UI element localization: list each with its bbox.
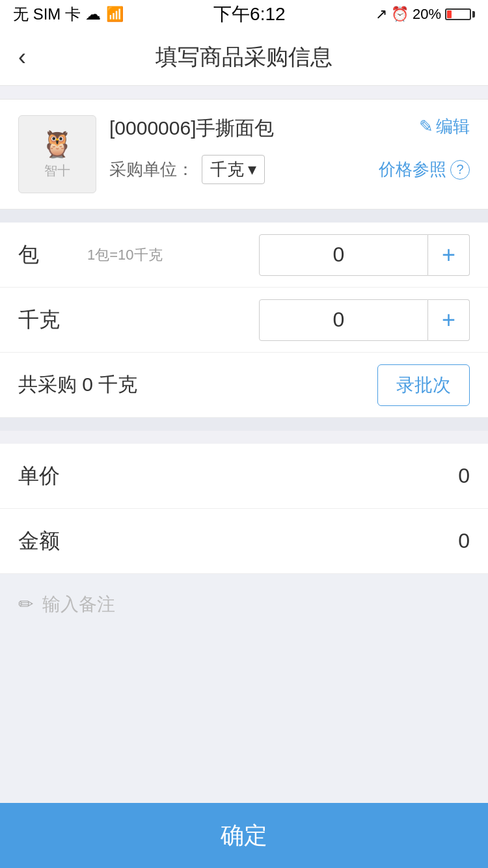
help-icon: ? [450, 160, 470, 180]
battery-percent: 20% [413, 6, 441, 23]
pencil-icon: ✏ [18, 593, 33, 615]
kg-plus-button[interactable]: + [428, 299, 470, 341]
product-name: [0000006]手撕面包 [109, 115, 419, 142]
bag-row: 包 1包=10千克 + [0, 223, 488, 288]
amount-label: 金额 [18, 527, 60, 556]
amount-row: 金额 0 [0, 509, 488, 574]
summary-row: 共采购 0 千克 录批次 [0, 353, 488, 418]
bag-input[interactable] [259, 234, 428, 276]
page-title: 填写商品采购信息 [156, 42, 332, 72]
product-info: [0000006]手撕面包 ✎ 编辑 采购单位： 千克 ▾ 价格参照 ? [109, 115, 470, 184]
wifi-icon: 📶 [106, 6, 124, 23]
product-image: 🦉 智十 [18, 115, 96, 193]
product-card: 🦉 智十 [0000006]手撕面包 ✎ 编辑 采购单位： 千克 ▾ 价格参照 [0, 99, 488, 210]
remark-input[interactable]: 输入备注 [42, 592, 115, 617]
product-unit-row: 采购单位： 千克 ▾ 价格参照 ? [109, 155, 470, 184]
back-button[interactable]: ‹ [18, 44, 26, 71]
alarm-icon: ⏰ [391, 6, 409, 23]
unit-price-label: 单价 [18, 462, 60, 491]
product-logo-icon: 🦉 [41, 129, 74, 159]
batch-button[interactable]: 录批次 [377, 364, 470, 406]
kg-input[interactable] [259, 299, 428, 341]
bag-label: 包 [18, 241, 83, 269]
remark-section[interactable]: ✏ 输入备注 [0, 574, 488, 652]
product-logo-text: 智十 [44, 162, 70, 180]
kg-input-group: + [259, 299, 470, 341]
unit-area: 采购单位： 千克 ▾ [109, 155, 265, 184]
chevron-down-icon: ▾ [248, 159, 256, 180]
summary-text: 共采购 0 千克 [18, 372, 137, 398]
bag-sublabel: 1包=10千克 [87, 245, 163, 265]
amount-value: 0 [458, 529, 470, 553]
confirm-button[interactable]: 确定 [0, 803, 488, 868]
status-right: ↗ ⏰ 20% [375, 6, 475, 23]
bag-input-group: + [259, 234, 470, 276]
product-header: [0000006]手撕面包 ✎ 编辑 [109, 115, 470, 142]
status-time: 下午6:12 [213, 2, 286, 27]
kg-row: 千克 + [0, 288, 488, 353]
location-icon: ↗ [375, 6, 387, 23]
unit-dropdown[interactable]: 千克 ▾ [202, 155, 265, 184]
unit-prefix: 采购单位： [109, 158, 194, 181]
section-divider-2 [0, 418, 488, 431]
summary-amount: 0 [82, 373, 93, 395]
unit-price-value: 0 [458, 464, 470, 488]
edit-icon: ✎ [419, 116, 433, 137]
sim-label: 无 SIM 卡 ☁ [13, 4, 101, 25]
price-ref-button[interactable]: 价格参照 ? [379, 158, 470, 181]
section-divider-1 [0, 210, 488, 223]
nav-bar: ‹ 填写商品采购信息 [0, 29, 488, 86]
bag-plus-button[interactable]: + [428, 234, 470, 276]
edit-button[interactable]: ✎ 编辑 [419, 115, 470, 138]
status-left: 无 SIM 卡 ☁ 📶 [13, 4, 124, 25]
status-bar: 无 SIM 卡 ☁ 📶 下午6:12 ↗ ⏰ 20% [0, 0, 488, 29]
battery-icon [445, 8, 475, 20]
price-section: 单价 0 金额 0 [0, 444, 488, 574]
input-section: 包 1包=10千克 + 千克 + 共采购 0 千克 录批次 [0, 223, 488, 418]
unit-price-row: 单价 0 [0, 444, 488, 509]
kg-label: 千克 [18, 306, 83, 334]
